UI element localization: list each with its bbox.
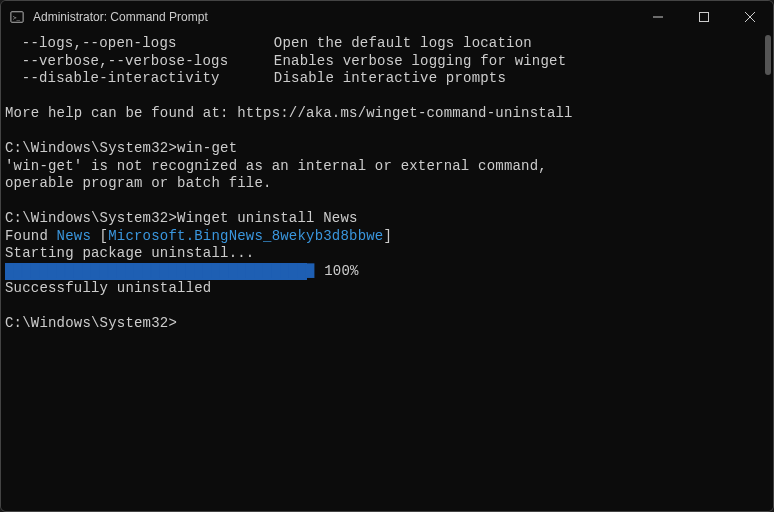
prompt-command: win-get xyxy=(177,140,237,156)
option-desc: Disable interactive prompts xyxy=(274,70,506,86)
option-desc: Enables verbose logging for winget xyxy=(274,53,566,69)
scrollbar-thumb[interactable] xyxy=(765,35,771,75)
option-flags: --disable-interactivity xyxy=(22,70,274,88)
window-title: Administrator: Command Prompt xyxy=(33,10,208,24)
cmd-icon: >_ xyxy=(9,9,25,25)
progress-line: ████████████████████████████████████100% xyxy=(5,263,769,281)
prompt-path: C:\Windows\System32> xyxy=(5,315,177,331)
error-line: 'win-get' is not recognized as an intern… xyxy=(5,158,769,176)
option-line: --disable-interactivityDisable interacti… xyxy=(5,70,769,88)
error-line: operable program or batch file. xyxy=(5,175,769,193)
maximize-button[interactable] xyxy=(681,1,727,33)
window-controls xyxy=(635,1,773,33)
option-flags: --verbose,--verbose-logs xyxy=(22,53,274,71)
progress-bar: ████████████████████████████████████ xyxy=(5,263,307,281)
close-button[interactable] xyxy=(727,1,773,33)
help-prefix: More help can be found at: xyxy=(5,105,237,121)
cursor xyxy=(177,316,185,331)
option-desc: Open the default logs location xyxy=(274,35,532,51)
found-id: Microsoft.BingNews_8wekyb3d8bbwe xyxy=(108,228,383,244)
blank-line xyxy=(5,123,769,141)
bracket-close: ] xyxy=(383,228,392,244)
found-name: News xyxy=(57,228,91,244)
blank-line xyxy=(5,193,769,211)
prompt-line: C:\Windows\System32>win-get xyxy=(5,140,769,158)
prompt-command: Winget uninstall News xyxy=(177,210,358,226)
option-flags: --logs,--open-logs xyxy=(22,35,274,53)
svg-rect-3 xyxy=(700,13,709,22)
found-line: Found News [Microsoft.BingNews_8wekyb3d8… xyxy=(5,228,769,246)
success-line: Successfully uninstalled xyxy=(5,280,769,298)
titlebar-left: >_ Administrator: Command Prompt xyxy=(9,9,208,25)
prompt-line: C:\Windows\System32>Winget uninstall New… xyxy=(5,210,769,228)
bracket-open: [ xyxy=(91,228,108,244)
help-url: https://aka.ms/winget-command-uninstall xyxy=(237,105,572,121)
blank-line xyxy=(5,298,769,316)
prompt-path: C:\Windows\System32> xyxy=(5,210,177,226)
help-line: More help can be found at: https://aka.m… xyxy=(5,105,769,123)
blank-line xyxy=(5,88,769,106)
minimize-button[interactable] xyxy=(635,1,681,33)
prompt-line: C:\Windows\System32> xyxy=(5,315,769,333)
progress-percent: 100% xyxy=(324,263,358,279)
terminal-output[interactable]: --logs,--open-logsOpen the default logs … xyxy=(1,33,773,511)
prompt-path: C:\Windows\System32> xyxy=(5,140,177,156)
option-line: --logs,--open-logsOpen the default logs … xyxy=(5,35,769,53)
starting-line: Starting package uninstall... xyxy=(5,245,769,263)
window-titlebar: >_ Administrator: Command Prompt xyxy=(1,1,773,33)
option-line: --verbose,--verbose-logsEnables verbose … xyxy=(5,53,769,71)
svg-text:>_: >_ xyxy=(13,14,21,22)
found-prefix: Found xyxy=(5,228,57,244)
